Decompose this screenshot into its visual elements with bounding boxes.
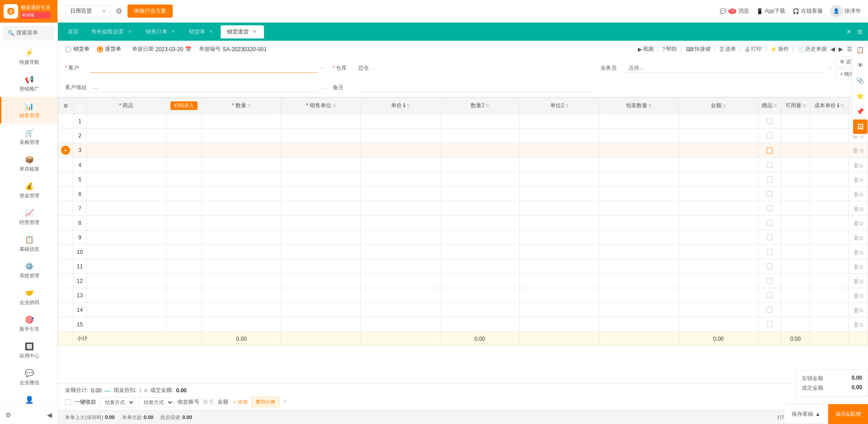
row2-qty2[interactable] bbox=[440, 129, 520, 143]
row14-copy-button[interactable]: ⧉ bbox=[859, 307, 863, 314]
address-search-icon[interactable]: ··· bbox=[320, 84, 326, 91]
row11-goods-input[interactable] bbox=[90, 263, 163, 270]
right-panel-btn-3[interactable]: 📎 bbox=[853, 73, 868, 88]
row1-amount-input[interactable] bbox=[682, 118, 755, 124]
row9-delete-button[interactable]: 🗑 bbox=[853, 234, 859, 241]
sidebar-collapse-button[interactable]: ◀ bbox=[45, 410, 54, 420]
sidebar-item-guide[interactable]: 🎯 新手引导 bbox=[0, 310, 57, 337]
row2-pack-input[interactable] bbox=[602, 133, 676, 139]
unit-sort[interactable]: * 销售单位 ⇅ bbox=[306, 102, 336, 110]
row2-gift-checkbox[interactable] bbox=[767, 133, 773, 138]
row3-unit-input[interactable] bbox=[284, 147, 358, 153]
scan-button[interactable]: 扫码录入 bbox=[170, 101, 198, 110]
row7-delete-button[interactable]: 🗑 bbox=[853, 205, 859, 212]
notification-button[interactable]: 💬 70 消息 bbox=[720, 7, 749, 15]
amount-sort[interactable]: 金额 ⇅ bbox=[711, 102, 726, 110]
pack-sort[interactable]: 包装数量 ⇅ bbox=[626, 102, 652, 110]
sidebar-settings-button[interactable]: ⚙ bbox=[4, 410, 13, 420]
row3-goods-input[interactable] bbox=[90, 147, 163, 153]
address-input[interactable] bbox=[90, 83, 317, 92]
row7-goods-input[interactable] bbox=[90, 205, 163, 212]
row10-copy-button[interactable]: ⧉ bbox=[859, 249, 863, 256]
row2-price[interactable] bbox=[361, 129, 440, 143]
toolbar-video-link[interactable]: ▶ 视频 bbox=[638, 45, 654, 53]
row10-delete-button[interactable]: 🗑 bbox=[853, 248, 859, 256]
row3-amount-input[interactable] bbox=[682, 147, 755, 153]
row3-qty-input[interactable] bbox=[205, 147, 278, 153]
discount-help-icon[interactable]: ℹ bbox=[139, 387, 142, 394]
row3-unit2-input[interactable] bbox=[523, 147, 596, 153]
row9-copy-button[interactable]: ⧉ bbox=[859, 235, 863, 241]
goods-sort[interactable]: * 商品 bbox=[119, 102, 133, 110]
right-panel-btn-5[interactable]: 📌 bbox=[853, 104, 868, 119]
row11-gift-checkbox[interactable] bbox=[767, 263, 773, 269]
row13-copy-button[interactable]: ⧉ bbox=[859, 293, 863, 299]
row1-unit[interactable] bbox=[281, 114, 361, 129]
row3-pack[interactable] bbox=[599, 143, 679, 158]
sidebar-item-member[interactable]: 👤 畅会员 bbox=[0, 391, 57, 405]
right-panel-btn-2[interactable]: 👁 bbox=[853, 58, 868, 72]
sidebar-item-operation[interactable]: 📈 经营管理 bbox=[0, 204, 57, 230]
prev-record-button[interactable]: ◀ bbox=[830, 46, 835, 52]
row12-delete-button[interactable]: 🗑 bbox=[853, 277, 859, 285]
sidebar-item-wechat[interactable]: 💬 企业微信 bbox=[0, 364, 57, 391]
expense-split-button[interactable]: 费用分摊 bbox=[251, 397, 279, 407]
right-panel-btn-1[interactable]: 📋 bbox=[853, 43, 868, 57]
row6-goods-input[interactable] bbox=[90, 191, 163, 197]
row1-qty[interactable] bbox=[202, 114, 281, 129]
row12-copy-button[interactable]: ⧉ bbox=[859, 278, 863, 285]
sidebar-item-enterprise[interactable]: 🤝 企业协同 bbox=[0, 284, 57, 310]
expense-help-icon[interactable]: ? bbox=[283, 399, 286, 405]
tab-home[interactable]: 首页 bbox=[61, 25, 85, 38]
row2-amount[interactable] bbox=[679, 129, 758, 143]
row3-copy-button[interactable]: ⧉ bbox=[860, 148, 864, 154]
row3-unit2[interactable] bbox=[519, 143, 599, 158]
row3-price[interactable] bbox=[361, 143, 440, 158]
save-new-button[interactable]: 保存&新增 bbox=[828, 404, 868, 424]
row2-qty-input[interactable] bbox=[205, 133, 278, 139]
sidebar-item-purchase[interactable]: 🛒 采购管理 bbox=[0, 124, 57, 150]
row7-gift-checkbox[interactable] bbox=[767, 205, 773, 211]
row1-goods[interactable] bbox=[87, 114, 166, 129]
tab-price-settings-close[interactable]: × bbox=[127, 29, 133, 35]
tab-price-settings[interactable]: 售价提取设置 × bbox=[85, 25, 139, 38]
row1-unit-input[interactable] bbox=[284, 118, 358, 124]
sidebar-item-system[interactable]: ⚙️ 系统管理 bbox=[0, 257, 57, 284]
row1-qty2[interactable] bbox=[440, 114, 520, 129]
row9-gift-checkbox[interactable] bbox=[767, 234, 773, 240]
qty-sort[interactable]: * 数量 ⇅ bbox=[232, 102, 251, 110]
row1-pack[interactable] bbox=[599, 114, 679, 129]
tab-close-all-button[interactable]: ✕ bbox=[844, 26, 854, 37]
row3-amount[interactable] bbox=[679, 143, 758, 158]
row3-gift-checkbox[interactable] bbox=[767, 148, 773, 153]
row11-delete-button[interactable]: 🗑 bbox=[853, 263, 859, 270]
row3-qty[interactable] bbox=[202, 143, 281, 158]
tab-sales-return-close[interactable]: × bbox=[251, 29, 258, 35]
unit2-sort[interactable]: 单位2 ⇅ bbox=[550, 102, 569, 110]
tab-sales-return[interactable]: 销货退货 × bbox=[221, 25, 264, 38]
toolbar-operate-link[interactable]: ⚡ 操作 bbox=[770, 45, 789, 53]
save-draft-button[interactable]: 保存草稿 ▲ bbox=[784, 404, 828, 424]
calendar-icon[interactable]: 📅 bbox=[185, 46, 192, 52]
toolbar-history-link[interactable]: 📄 历史单据 bbox=[797, 45, 827, 53]
row1-pack-input[interactable] bbox=[602, 118, 676, 124]
row4-goods-input[interactable] bbox=[90, 162, 163, 168]
row15-gift-checkbox[interactable] bbox=[767, 321, 773, 327]
sidebar-item-sales[interactable]: 📊 销售管理 bbox=[0, 97, 57, 124]
row2-unit[interactable] bbox=[281, 129, 361, 143]
row10-gift-checkbox[interactable] bbox=[767, 249, 773, 255]
row3-price-input[interactable] bbox=[363, 147, 437, 153]
row3-pack-input[interactable] bbox=[602, 147, 676, 153]
row8-delete-button[interactable]: 🗑 bbox=[853, 219, 859, 227]
next-record-button[interactable]: ▶ bbox=[839, 46, 843, 52]
row1-price[interactable] bbox=[361, 114, 440, 129]
right-panel-btn-4[interactable]: ⭐ bbox=[853, 89, 868, 103]
header-settings-button[interactable]: ⚙ bbox=[114, 5, 124, 17]
one-click-payment-checkbox[interactable] bbox=[65, 399, 71, 405]
row3-delete-button[interactable]: 🗑 bbox=[852, 147, 859, 154]
sidebar-item-inventory[interactable]: 📦 库存核算 bbox=[0, 150, 57, 177]
user-profile[interactable]: 👤 徐泽华 bbox=[830, 5, 861, 18]
customer-search-icon[interactable]: ··· bbox=[320, 64, 326, 71]
row4-delete-button[interactable]: 🗑 bbox=[853, 162, 859, 169]
remark-input[interactable] bbox=[358, 83, 593, 92]
